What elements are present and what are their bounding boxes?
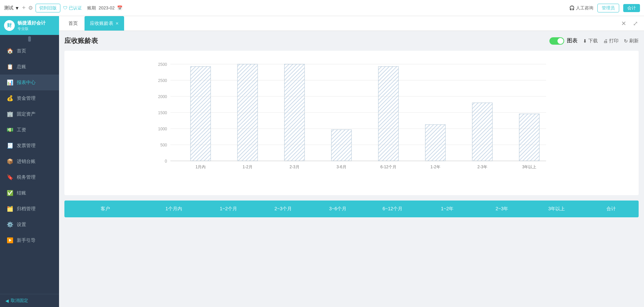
sidebar-item-label: 发票管理 [17, 143, 36, 149]
salary-icon: 💵 [7, 127, 13, 133]
col-1-2year: 1~2年 [420, 201, 475, 217]
bar-chart: 0 500 1000 1500 2000 2500 2500 1 [71, 57, 632, 188]
manager-button[interactable]: 管理员 [597, 4, 619, 12]
sidebar: 财 畅捷通好会计 专业版 🏠 首页 📋 总账 📊 报表中心 💰 资金管理 [0, 16, 59, 307]
certified-badge: 🛡 已认证 [63, 5, 82, 11]
funds-icon: 💰 [7, 95, 13, 101]
logo-text-area: 畅捷通好会计 专业版 [17, 20, 46, 31]
chart-toggle-label: 图表 [567, 37, 578, 44]
download-icon: ⬇ [583, 38, 587, 44]
sidebar-nav: 🏠 首页 📋 总账 📊 报表中心 💰 资金管理 🏢 固定资产 💵 工资 [0, 43, 59, 294]
print-icon: 🖨 [603, 38, 608, 44]
col-total: 合计 [584, 201, 639, 217]
sidebar-item-label: 首页 [17, 48, 26, 54]
period-label: 账期 2023-02 📅 [87, 5, 122, 11]
download-button[interactable]: ⬇ 下载 [583, 38, 598, 44]
close-period-icon: ✅ [7, 190, 13, 196]
col-1month: 1个月内 [147, 201, 201, 217]
cancel-fix-button[interactable]: ◀ 取消固定 [0, 294, 59, 307]
tax-icon: 🔖 [7, 174, 13, 180]
settings-nav-icon: ⚙️ [7, 221, 13, 228]
invoice-icon: 🧾 [7, 142, 13, 149]
refresh-button[interactable]: ↻ 刷新 [624, 38, 639, 44]
sidebar-item-home[interactable]: 🏠 首页 [0, 43, 59, 59]
svg-text:500: 500 [160, 143, 167, 147]
topbar: 测试 ▼ + ⚙ 切到旧版 🛡 已认证 账期 2023-02 📅 🎧 人工咨询 … [0, 0, 644, 16]
sidebar-item-guide[interactable]: ▶️ 新手引导 [0, 232, 59, 248]
tab-receivable-aging[interactable]: 应收账龄表 ✕ [85, 16, 124, 31]
inventory-icon: 📦 [7, 158, 13, 165]
settings-button[interactable]: ⚙ [28, 5, 33, 11]
col-2-3month: 2~3个月 [256, 201, 311, 217]
svg-rect-15 [191, 67, 211, 161]
sidebar-item-label: 资金管理 [17, 95, 36, 101]
add-button[interactable]: + [22, 4, 26, 11]
logo-text: 畅捷通好会计 [17, 20, 46, 26]
tab-expand-button[interactable]: ⤢ [631, 19, 640, 28]
refresh-icon: ↻ [624, 38, 628, 44]
col-3yearplus: 3年以上 [529, 201, 584, 217]
consult-button[interactable]: 🎧 人工咨询 [569, 5, 593, 11]
sidebar-item-ledger[interactable]: 📋 总账 [0, 59, 59, 75]
svg-text:2000: 2000 [158, 94, 167, 99]
ledger-icon: 📋 [7, 63, 13, 70]
sidebar-item-label: 归档管理 [17, 206, 36, 212]
svg-text:2-3月: 2-3月 [289, 165, 299, 169]
sidebar-item-label: 工资 [17, 127, 26, 133]
accounting-button[interactable]: 会计 [623, 4, 640, 12]
sidebar-item-label: 设置 [17, 222, 26, 228]
sidebar-item-reports[interactable]: 📊 报表中心 [0, 75, 59, 90]
svg-text:1月内: 1月内 [196, 165, 206, 169]
svg-text:6-12个月: 6-12个月 [380, 165, 396, 169]
tab-actions: ✕ ⤢ [619, 19, 640, 28]
sidebar-item-label: 税务管理 [17, 174, 36, 180]
archive-icon: 🗂️ [7, 206, 13, 212]
sidebar-item-close[interactable]: ✅ 结账 [0, 185, 59, 201]
tab-close-button[interactable]: ✕ [115, 21, 119, 26]
page-header: 应收账龄表 图表 ⬇ 下载 🖨 打印 [64, 36, 639, 45]
old-version-button[interactable]: 切到旧版 [36, 4, 60, 12]
svg-text:1000: 1000 [158, 127, 167, 131]
calendar-icon[interactable]: 📅 [117, 5, 122, 10]
col-3-6month: 3~6个月 [311, 201, 365, 217]
svg-rect-19 [284, 64, 305, 161]
logo-sub: 专业版 [17, 26, 46, 31]
svg-text:1-2月: 1-2月 [243, 165, 252, 169]
dropdown-icon: ▼ [15, 5, 19, 11]
reports-icon: 📊 [7, 79, 13, 86]
sidebar-item-funds[interactable]: 💰 资金管理 [0, 90, 59, 106]
svg-rect-25 [425, 125, 445, 161]
sidebar-item-label: 报表中心 [17, 80, 36, 86]
tab-close-all-button[interactable]: ✕ [619, 19, 628, 28]
svg-rect-23 [378, 67, 398, 161]
main-layout: 财 畅捷通好会计 专业版 🏠 首页 📋 总账 📊 报表中心 💰 资金管理 [0, 16, 644, 307]
topbar-right: 🎧 人工咨询 管理员 会计 [569, 4, 640, 12]
chart-toggle[interactable] [549, 37, 564, 45]
sidebar-item-assets[interactable]: 🏢 固定资产 [0, 106, 59, 122]
sidebar-item-tax[interactable]: 🔖 税务管理 [0, 169, 59, 185]
data-table: 客户 1个月内 1~2个月 2~3个月 3~6个月 6~12个月 1~2年 2~… [64, 201, 639, 217]
col-2-3year: 2~3年 [475, 201, 529, 217]
company-selector[interactable]: 测试 ▼ [4, 5, 19, 11]
topbar-left: 测试 ▼ + ⚙ 切到旧版 🛡 已认证 账期 2023-02 📅 [4, 4, 122, 12]
chart-container: 0 500 1000 1500 2000 2500 2500 1 [64, 51, 639, 195]
sidebar-item-inventory[interactable]: 📦 进销台账 [0, 154, 59, 169]
sidebar-item-archive[interactable]: 🗂️ 归档管理 [0, 201, 59, 217]
sidebar-item-invoice[interactable]: 🧾 发票管理 [0, 138, 59, 154]
pin-icon: ◀ [5, 298, 9, 303]
tab-home[interactable]: 首页 [63, 16, 83, 31]
sidebar-item-label: 新手引导 [17, 237, 36, 244]
headset-icon: 🎧 [569, 5, 575, 10]
page-title: 应收账龄表 [64, 36, 98, 45]
company-name: 测试 [4, 5, 13, 11]
svg-text:2500: 2500 [158, 78, 167, 83]
sidebar-item-settings[interactable]: ⚙️ 设置 [0, 217, 59, 232]
page-header-actions: 图表 ⬇ 下载 🖨 打印 ↻ 刷新 [549, 37, 639, 45]
shield-icon: 🛡 [63, 5, 67, 10]
sidebar-item-salary[interactable]: 💵 工资 [0, 122, 59, 138]
print-button[interactable]: 🖨 打印 [603, 38, 619, 44]
sidebar-item-label: 结账 [17, 190, 26, 196]
svg-text:1500: 1500 [158, 111, 167, 115]
svg-text:2500: 2500 [158, 62, 167, 67]
chart-toggle-area: 图表 [549, 37, 578, 45]
